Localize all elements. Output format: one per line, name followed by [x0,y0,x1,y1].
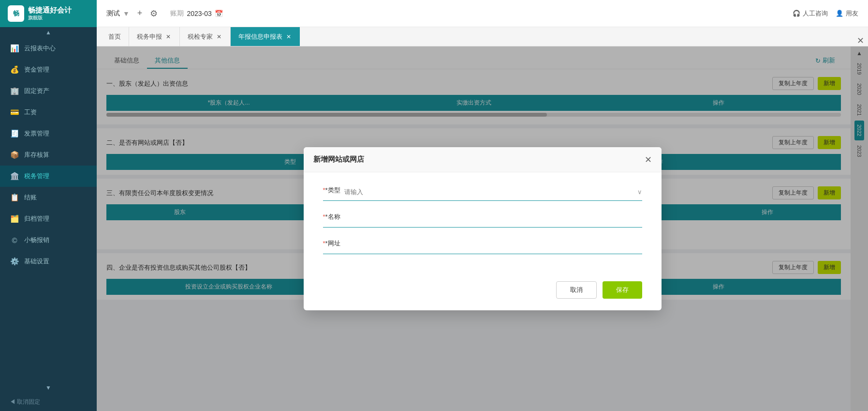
support-label: 人工咨询 [803,9,828,18]
sidebar-item-archive[interactable]: 🗂️ 归档管理 [0,208,97,229]
tab-tax-report-label: 税务申报 [137,32,162,41]
accounting-icon: 📋 [10,193,19,202]
save-button[interactable]: 保存 [603,281,642,299]
sidebar-item-label: 云报表中心 [24,44,56,53]
sidebar-item-invoice[interactable]: 🧾 发票管理 [0,123,97,144]
settings-button[interactable]: ⚙ [148,6,160,21]
sidebar-item-fund-mgmt[interactable]: 💰 资金管理 [0,59,97,80]
dialog-name-row: **名称 [323,213,642,228]
tab-annual-report[interactable]: 年报信息申报表 ✕ [231,27,300,46]
sidebar-item-accounting[interactable]: 📋 结账 [0,187,97,208]
sidebar-item-salary[interactable]: 💳 工资 [0,102,97,123]
sidebar-item-label: 资金管理 [24,65,49,74]
main-area: 测试 ▼ + ⚙ 账期 2023-03 📅 🎧 人工咨询 👤 用友 首页 [97,0,868,411]
sidebar: 畅 畅捷通好会计 旗舰版 ▲ 📊 云报表中心 💰 资金管理 🏢 固定资产 💳 工… [0,0,97,411]
sidebar-unpin-button[interactable]: ◀ 取消固定 [0,393,97,411]
period-display: 账期 2023-03 📅 [170,9,222,18]
name-label: **名称 [323,213,340,221]
logo-icon: 畅 [8,5,24,22]
user-label: 用友 [846,9,858,18]
basic-settings-icon: ⚙️ [10,257,19,266]
sidebar-item-label: 固定资产 [24,87,49,95]
tabbar: 首页 税务申报 ✕ 税检专家 ✕ 年报信息申报表 ✕ ✕ [97,27,868,46]
salary-icon: 💳 [10,107,19,117]
sidebar-item-label: 归档管理 [24,214,49,223]
sidebar-nav: 📊 云报表中心 💰 资金管理 🏢 固定资产 💳 工资 🧾 发票管理 📦 库存核算… [0,38,97,382]
sidebar-item-label: 工资 [24,108,37,117]
sidebar-item-xiaochang[interactable]: © 小畅报销 [0,229,97,251]
topbar: 测试 ▼ + ⚙ 账期 2023-03 📅 🎧 人工咨询 👤 用友 [97,0,868,27]
inventory-icon: 📦 [10,150,19,160]
tab-tax-report-close[interactable]: ✕ [165,33,172,40]
calendar-icon[interactable]: 📅 [215,10,223,17]
company-name: 测试 [106,9,120,18]
sidebar-item-label: 基础设置 [24,257,49,266]
sidebar-item-tax-mgmt[interactable]: 🏛️ 税务管理 [0,166,97,187]
sidebar-item-cloud-reports[interactable]: 📊 云报表中心 [0,38,97,59]
add-company-button[interactable]: + [135,6,145,20]
period-label: 账期 [170,9,184,18]
topbar-right: 🎧 人工咨询 👤 用友 [793,9,858,18]
dialog-close-button[interactable]: ✕ [645,155,652,164]
tab-tax-expert[interactable]: 税检专家 ✕ [180,27,231,46]
tab-home-label: 首页 [108,32,121,41]
type-dropdown-arrow[interactable]: ∨ [637,188,642,196]
sidebar-item-label: 税务管理 [24,172,49,181]
sidebar-item-label: 结账 [24,193,37,202]
url-label: **网址 [323,239,340,248]
content-area: 基础信息 其他信息 ↻ 刷新 一、股东（发起人）出资信息 复制上年度 新增 [97,46,868,411]
sidebar-logo: 畅 畅捷通好会计 旗舰版 [0,0,97,27]
logo-title: 畅捷通好会计 [28,6,72,15]
fixed-assets-icon: 🏢 [10,86,19,96]
company-dropdown-icon: ▼ [123,10,130,17]
sidebar-item-inventory[interactable]: 📦 库存核算 [0,144,97,166]
tab-home[interactable]: 首页 [97,27,129,46]
tab-annual-report-close[interactable]: ✕ [285,33,292,40]
sidebar-scroll-down[interactable]: ▼ [0,382,97,393]
headset-icon: 🎧 [793,10,800,17]
name-input[interactable] [344,215,642,222]
dialog-body: **类型 ∨ **名称 [304,172,662,275]
tab-tax-expert-label: 税检专家 [188,32,213,41]
user-icon: 👤 [836,10,843,17]
tax-mgmt-icon: 🏛️ [10,171,19,181]
dialog-type-field: **类型 ∨ [323,186,642,201]
dialog-footer: 取消 保存 [304,275,662,310]
sidebar-scroll-up[interactable]: ▲ [0,27,97,38]
company-selector[interactable]: 测试 ▼ [106,9,130,18]
dialog-type-row: **类型 ∨ [323,186,642,201]
url-input[interactable] [344,242,642,249]
support-button[interactable]: 🎧 人工咨询 [793,9,828,18]
tab-annual-report-label: 年报信息申报表 [238,32,282,41]
type-label: **类型 [323,186,340,195]
type-input[interactable] [344,188,633,196]
modal-overlay: 新增网站或网店 ✕ **类型 ∨ [97,46,868,411]
dialog-url-row: **网址 [323,239,642,254]
dialog-header: 新增网站或网店 ✕ [304,147,662,172]
invoice-icon: 🧾 [10,129,19,138]
cloud-reports-icon: 📊 [10,44,19,53]
close-main-button[interactable]: ✕ [853,35,868,46]
period-value: 2023-03 [187,10,211,17]
dialog-name-field: **名称 [323,213,642,228]
sidebar-item-basic-settings[interactable]: ⚙️ 基础设置 [0,251,97,272]
dialog-title: 新增网站或网店 [313,155,364,164]
cancel-button[interactable]: 取消 [556,281,597,299]
sidebar-item-label: 小畅报销 [24,236,49,244]
add-website-dialog: 新增网站或网店 ✕ **类型 ∨ [304,147,662,310]
topbar-actions: + ⚙ [135,6,160,21]
dialog-url-field: **网址 [323,239,642,254]
tab-tax-report[interactable]: 税务申报 ✕ [129,27,180,46]
xiaochang-icon: © [10,235,19,245]
sidebar-item-fixed-assets[interactable]: 🏢 固定资产 [0,80,97,102]
tab-tax-expert-close[interactable]: ✕ [216,33,222,40]
fund-mgmt-icon: 💰 [10,65,19,75]
logo-subtitle: 旗舰版 [28,15,72,21]
archive-icon: 🗂️ [10,214,19,224]
user-profile[interactable]: 👤 用友 [836,9,858,18]
sidebar-item-label: 发票管理 [24,129,49,138]
sidebar-item-label: 库存核算 [24,151,49,159]
